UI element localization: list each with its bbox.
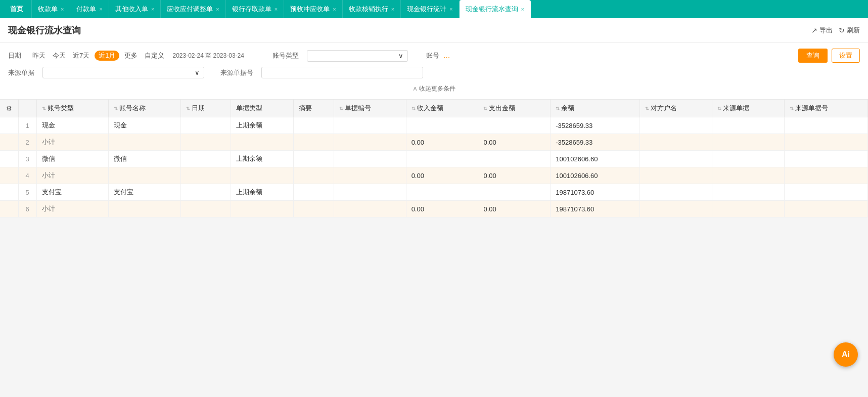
th-source-doc[interactable]: ⇅来源单据: [712, 100, 785, 117]
nav-tab-2[interactable]: 其他收入单 ×: [109, 0, 161, 18]
date-1month[interactable]: 近1月: [95, 51, 119, 61]
th-date[interactable]: ⇅日期: [181, 100, 231, 117]
close-icon[interactable]: ×: [333, 6, 336, 12]
td-gear[interactable]: [0, 184, 18, 201]
nav-tab-5[interactable]: 预收冲应收单 ×: [284, 0, 342, 18]
table-row[interactable]: 6小计0.000.0019871073.60: [0, 201, 868, 217]
table-row[interactable]: 5支付宝支付宝上期余额19871073.60: [0, 184, 868, 201]
td-cell: [181, 151, 231, 167]
source-doc-no-group: 来源单据号: [220, 67, 423, 78]
td-cell: 5: [18, 184, 36, 201]
date-7days[interactable]: 近7天: [71, 51, 92, 61]
collapse-bar[interactable]: ∧ 收起更多条件: [8, 82, 860, 95]
date-filter-group: 日期 昨天 今天 近7天 近1月 更多 自定义 2023-02-24 至 202…: [8, 51, 244, 61]
td-cell: 4: [18, 167, 36, 184]
nav-tab-6[interactable]: 收款核销执行 ×: [343, 0, 401, 18]
th-income[interactable]: ⇅收入金额: [406, 100, 478, 117]
query-button[interactable]: 查询: [798, 49, 828, 63]
td-cell: [181, 167, 231, 184]
td-cell: 微信: [36, 151, 109, 167]
export-button[interactable]: ↗ 导出: [811, 26, 833, 35]
close-icon[interactable]: ×: [521, 6, 524, 12]
td-cell: -3528659.33: [551, 134, 640, 151]
td-cell: 上期余额: [231, 184, 293, 201]
th-account-type[interactable]: ⇅账号类型: [36, 100, 109, 117]
close-icon[interactable]: ×: [391, 6, 394, 12]
td-gear[interactable]: [0, 134, 18, 151]
td-cell: [293, 151, 334, 167]
td-cell: 100102606.60: [551, 151, 640, 167]
td-cell: -3528659.33: [551, 117, 640, 134]
td-cell: 1: [18, 117, 36, 134]
account-more-btn[interactable]: ...: [443, 51, 450, 60]
table-row[interactable]: 4小计0.000.00100102606.60: [0, 167, 868, 184]
source-doc-select[interactable]: ∨: [42, 67, 204, 78]
close-icon[interactable]: ×: [449, 6, 452, 12]
td-cell: [181, 184, 231, 201]
account-group: 账号 ...: [426, 51, 452, 60]
td-cell: 小计: [36, 134, 109, 151]
td-cell: [293, 134, 334, 151]
chevron-down-icon: ∨: [398, 52, 403, 60]
table-row[interactable]: 3微信微信上期余额100102606.60: [0, 151, 868, 167]
nav-tab-3[interactable]: 应收应付调整单 ×: [161, 0, 225, 18]
td-cell: [478, 151, 551, 167]
td-gear[interactable]: [0, 151, 18, 167]
td-gear[interactable]: [0, 117, 18, 134]
th-expense[interactable]: ⇅支出金额: [478, 100, 551, 117]
td-cell: [785, 167, 868, 184]
td-cell: [181, 201, 231, 217]
close-icon[interactable]: ×: [216, 6, 219, 12]
close-icon[interactable]: ×: [99, 6, 102, 12]
td-gear[interactable]: [0, 201, 18, 217]
nav-tab-0[interactable]: 收款单 ×: [32, 0, 70, 18]
date-today[interactable]: 今天: [51, 51, 68, 61]
td-cell: [293, 184, 334, 201]
td-cell: [293, 201, 334, 217]
refresh-button[interactable]: ↻ 刷新: [839, 26, 860, 35]
date-custom[interactable]: 自定义: [143, 51, 166, 61]
settings-button[interactable]: 设置: [832, 49, 860, 63]
td-cell: [109, 167, 181, 184]
td-cell: 6: [18, 201, 36, 217]
filter-row-1: 日期 昨天 今天 近7天 近1月 更多 自定义 2023-02-24 至 202…: [8, 49, 860, 63]
table-row[interactable]: 1现金现金上期余额-3528659.33: [0, 117, 868, 134]
th-account-name[interactable]: ⇅账号名称: [109, 100, 181, 117]
close-icon[interactable]: ×: [61, 6, 64, 12]
td-cell: [712, 184, 785, 201]
data-table-container: ⚙ ⇅账号类型 ⇅账号名称 ⇅日期 单据类型 摘要 ⇅单据编号 ⇅收入金额 ⇅支…: [0, 100, 868, 217]
nav-tab-7[interactable]: 现金银行统计 ×: [401, 0, 459, 18]
nav-tab-8[interactable]: 现金银行流水查询 ×: [460, 0, 531, 18]
close-icon[interactable]: ×: [275, 6, 278, 12]
td-cell: [640, 184, 712, 201]
th-summary: 摘要: [293, 100, 334, 117]
source-doc-no-input[interactable]: [261, 67, 423, 78]
nav-home[interactable]: 首页: [2, 0, 32, 18]
account-type-select[interactable]: ∨: [307, 50, 408, 62]
date-more[interactable]: 更多: [122, 51, 140, 61]
refresh-icon: ↻: [839, 26, 845, 34]
account-type-group: 账号类型 ∨: [272, 50, 408, 62]
nav-tab-1[interactable]: 付款单 ×: [70, 0, 109, 18]
close-icon[interactable]: ×: [151, 6, 154, 12]
td-cell: [334, 184, 406, 201]
td-gear[interactable]: [0, 167, 18, 184]
td-cell: 0.00: [406, 167, 478, 184]
source-doc-no-label: 来源单据号: [220, 68, 253, 77]
td-cell: 上期余额: [231, 117, 293, 134]
td-cell: [640, 134, 712, 151]
th-source-doc-no[interactable]: ⇅来源单据号: [785, 100, 868, 117]
th-counterpart[interactable]: ⇅对方户名: [640, 100, 712, 117]
nav-tab-4[interactable]: 银行存取款单 ×: [226, 0, 284, 18]
th-gear[interactable]: ⚙: [0, 100, 18, 117]
data-table: ⚙ ⇅账号类型 ⇅账号名称 ⇅日期 单据类型 摘要 ⇅单据编号 ⇅收入金额 ⇅支…: [0, 100, 868, 217]
td-cell: 现金: [36, 117, 109, 134]
table-row[interactable]: 2小计0.000.00-3528659.33: [0, 134, 868, 151]
date-label: 日期: [8, 51, 26, 60]
th-balance[interactable]: ⇅余额: [551, 100, 640, 117]
date-yesterday[interactable]: 昨天: [30, 51, 48, 61]
td-cell: 0.00: [406, 201, 478, 217]
th-doc-no[interactable]: ⇅单据编号: [334, 100, 406, 117]
td-cell: 现金: [109, 117, 181, 134]
td-cell: 19871073.60: [551, 201, 640, 217]
